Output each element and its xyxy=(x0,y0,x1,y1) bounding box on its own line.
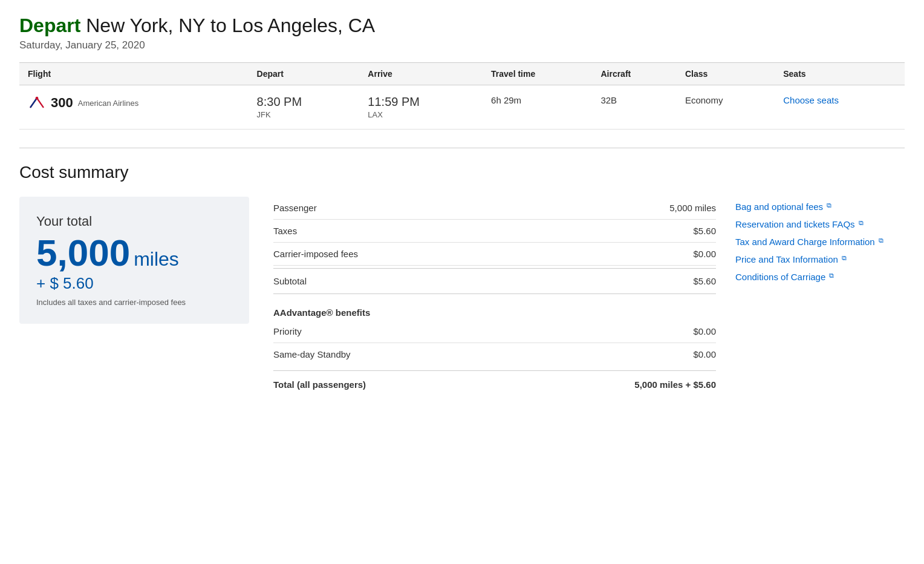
price-tax-link[interactable]: Price and Tax Information ⧉ xyxy=(735,254,905,264)
col-flight: Flight xyxy=(19,63,249,85)
flight-cell: 300 American Airlines xyxy=(19,85,249,130)
external-link-icon: ⧉ xyxy=(842,254,847,262)
your-total-box: Your total 5,000 miles + $ 5.60 Includes… xyxy=(19,197,249,324)
table-row: 300 American Airlines 8:30 PM JFK 11:59 … xyxy=(19,85,905,130)
total-row: Total (all passengers) 5,000 miles + $5.… xyxy=(273,370,716,398)
cost-summary-title: Cost summary xyxy=(19,163,905,182)
subtotal-value: $5.60 xyxy=(693,276,716,286)
page-title: Depart New York, NY to Los Angeles, CA xyxy=(19,15,905,37)
depart-word: Depart xyxy=(19,15,80,36)
travel-time-cell: 6h 29m xyxy=(483,85,592,130)
travel-time: 6h 29m xyxy=(491,95,521,105)
cost-row-standby: Same-day Standby $0.00 xyxy=(273,343,716,366)
cost-body: Passenger 5,000 miles Taxes $5.60 Carrie… xyxy=(273,197,905,398)
depart-cell: 8:30 PM JFK xyxy=(249,85,360,130)
total-note: Includes all taxes and carrier-imposed f… xyxy=(36,298,230,307)
airline-logo xyxy=(28,96,46,110)
standby-label: Same-day Standby xyxy=(273,349,351,359)
col-arrive: Arrive xyxy=(359,63,483,85)
cost-summary-section: Cost summary Your total 5,000 miles + $ … xyxy=(19,163,905,398)
col-seats: Seats xyxy=(775,63,905,85)
reservation-faqs-link[interactable]: Reservation and tickets FAQs ⧉ xyxy=(735,219,905,229)
cost-row-priority: Priority $0.00 xyxy=(273,320,716,343)
passenger-value: 5,000 miles xyxy=(669,203,716,213)
total-label: Total (all passengers) xyxy=(273,379,366,390)
benefits-title: AAdvantage® benefits xyxy=(273,307,370,318)
cost-row-passenger: Passenger 5,000 miles xyxy=(273,197,716,220)
aircraft-cell: 32B xyxy=(592,85,676,130)
depart-airport: JFK xyxy=(257,110,351,119)
title-rest: New York, NY to Los Angeles, CA xyxy=(80,15,375,36)
total-cash: + $ 5.60 xyxy=(36,274,230,293)
priority-value: $0.00 xyxy=(693,326,716,336)
tax-award-link[interactable]: Tax and Award Charge Information ⧉ xyxy=(735,237,905,247)
col-travel-time: Travel time xyxy=(483,63,592,85)
page-header: Depart New York, NY to Los Angeles, CA S… xyxy=(19,15,905,51)
priority-label: Priority xyxy=(273,326,302,336)
class-cell: Economy xyxy=(677,85,775,130)
col-depart: Depart xyxy=(249,63,360,85)
cost-row-taxes: Taxes $5.60 xyxy=(273,220,716,243)
col-class: Class xyxy=(677,63,775,85)
flight-table: Flight Depart Arrive Travel time Aircraf… xyxy=(19,62,905,130)
external-link-icon: ⧉ xyxy=(879,237,883,244)
external-link-icon: ⧉ xyxy=(827,202,831,209)
cost-links: Bag and optional fees ⧉ Reservation and … xyxy=(735,197,905,398)
flight-number: 300 xyxy=(51,95,73,111)
your-total-label: Your total xyxy=(36,214,230,229)
depart-time: 8:30 PM xyxy=(257,95,351,109)
arrive-time: 11:59 PM xyxy=(368,95,474,109)
taxes-label: Taxes xyxy=(273,226,297,236)
svg-point-0 xyxy=(36,97,39,100)
external-link-icon: ⧉ xyxy=(859,219,864,227)
class: Economy xyxy=(685,95,723,105)
benefits-header: AAdvantage® benefits xyxy=(273,299,716,320)
conditions-link[interactable]: Conditions of Carriage ⧉ xyxy=(735,272,905,282)
total-value: 5,000 miles + $5.60 xyxy=(634,379,716,390)
total-miles: 5,000 xyxy=(36,234,130,272)
carrier-fees-value: $0.00 xyxy=(693,249,716,259)
cost-row-carrier-fees: Carrier-imposed fees $0.00 xyxy=(273,243,716,266)
arrive-cell: 11:59 PM LAX xyxy=(359,85,483,130)
arrive-airport: LAX xyxy=(368,110,474,119)
subtotal-label: Subtotal xyxy=(273,276,307,286)
page-subtitle: Saturday, January 25, 2020 xyxy=(19,39,905,51)
taxes-value: $5.60 xyxy=(693,226,716,236)
cost-layout: Your total 5,000 miles + $ 5.60 Includes… xyxy=(19,197,905,398)
col-aircraft: Aircraft xyxy=(592,63,676,85)
seats-cell: Choose seats xyxy=(775,85,905,130)
standby-value: $0.00 xyxy=(693,349,716,359)
carrier-fees-label: Carrier-imposed fees xyxy=(273,249,358,259)
external-link-icon: ⧉ xyxy=(829,272,834,280)
passenger-label: Passenger xyxy=(273,203,317,213)
airline-name: American Airlines xyxy=(78,99,138,108)
section-divider xyxy=(19,148,905,148)
choose-seats-link[interactable]: Choose seats xyxy=(783,95,839,105)
subtotal-row: Subtotal $5.60 xyxy=(273,268,716,294)
cost-items: Passenger 5,000 miles Taxes $5.60 Carrie… xyxy=(273,197,716,398)
total-miles-word: miles xyxy=(134,248,179,271)
aircraft: 32B xyxy=(600,95,617,105)
bag-fees-link[interactable]: Bag and optional fees ⧉ xyxy=(735,202,905,212)
